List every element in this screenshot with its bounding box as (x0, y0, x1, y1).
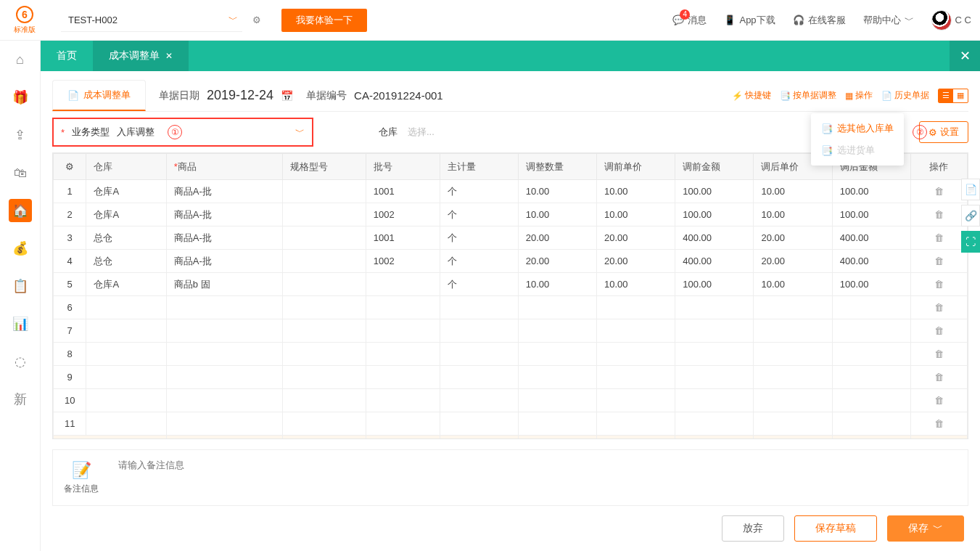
messages-link[interactable]: 💬 消息 4 (672, 14, 707, 27)
trash-icon[interactable]: 🗑 (934, 256, 944, 266)
col-batch[interactable]: 批号 (366, 154, 440, 180)
trash-icon[interactable]: 🗑 (934, 279, 944, 290)
filter-row: * 业务类型 入库调整 ① ﹀ 仓库 选择... ⚙ 设置 📑 (52, 112, 968, 152)
select-other-inbound[interactable]: 📑 选其他入库单 (811, 118, 904, 139)
shortcut-link[interactable]: ⚡快捷键 (732, 89, 771, 102)
nav-bag-icon[interactable]: 🛍 (9, 161, 32, 184)
tab-home[interactable]: 首页 (41, 41, 93, 71)
chevron-down-icon: ﹀ (295, 126, 305, 139)
trash-icon[interactable]: 🗑 (934, 186, 944, 197)
col-product[interactable]: *商品 (166, 154, 282, 180)
col-pprice[interactable]: 调前单价 (597, 154, 675, 180)
gear-column[interactable]: ⚙ (54, 154, 86, 180)
nav-money-icon[interactable]: 💰 (9, 237, 32, 260)
select-purchase-doc[interactable]: 📑 选进货单 (811, 139, 904, 161)
chevron-down-icon: ﹀ (905, 14, 914, 27)
table-row[interactable]: 8🗑 (54, 343, 968, 366)
gear-icon[interactable]: ⚙ (252, 15, 261, 25)
annotation-2: ② (913, 125, 927, 139)
doc-icon: 📄 (67, 90, 79, 101)
history-icon: 📄 (881, 91, 892, 101)
table-row[interactable]: 9🗑 (54, 366, 968, 389)
footer-actions: 放弃 保存草稿 保存 ﹀ (52, 506, 968, 551)
right-rail: 📄 🔗 ⛶ (961, 179, 980, 253)
col-pamt[interactable]: 调前金额 (675, 154, 754, 180)
nav-doc-icon[interactable]: 📋 (9, 274, 32, 298)
calendar-icon[interactable]: 📅 (281, 90, 293, 102)
cancel-button[interactable]: 放弃 (722, 515, 784, 542)
nav-new-icon[interactable]: 新 (9, 388, 32, 411)
by-doc-link[interactable]: 📑按单据调整 (780, 89, 836, 102)
message-badge: 4 (680, 9, 690, 20)
trash-icon[interactable]: 🗑 (934, 325, 944, 336)
phone-icon: 📱 (724, 15, 736, 25)
try-button[interactable]: 我要体验一下 (281, 9, 367, 32)
bolt-icon: ⚡ (732, 91, 743, 101)
doc-tools: ⚡快捷键 📑按单据调整 ▦操作 📄历史单据 ☰ ▦ (732, 89, 968, 103)
table-row[interactable]: 10🗑 (54, 389, 968, 412)
col-unit[interactable]: 主计量 (440, 154, 518, 180)
table-row[interactable]: 5仓库A商品b 固个10.0010.00100.0010.00100.00🗑 (54, 273, 968, 296)
trash-icon[interactable]: 🗑 (934, 395, 944, 406)
doc-adjust-icon: 📑 (780, 91, 791, 101)
trash-icon[interactable]: 🗑 (934, 209, 944, 220)
trash-icon[interactable]: 🗑 (934, 418, 944, 429)
table-row[interactable]: 2仓库A商品A-批1002个10.0010.00100.0010.00100.0… (54, 203, 968, 226)
rail-link-icon[interactable]: 🔗 (961, 205, 980, 226)
save-draft-button[interactable]: 保存草稿 (794, 515, 877, 542)
annotation-1: ① (168, 125, 182, 139)
doc-date: 单据日期 2019-12-24 📅 (159, 88, 293, 103)
nav-home-icon[interactable]: ⌂ (9, 48, 32, 71)
ops-link[interactable]: ▦操作 (845, 89, 873, 102)
close-all-tabs[interactable]: ✕ (950, 41, 980, 71)
service-link[interactable]: 🎧 在线客服 (793, 14, 846, 27)
logo-icon: 6 (16, 6, 33, 23)
table-row[interactable]: 11🗑 (54, 412, 968, 436)
app-download-link[interactable]: 📱 App下载 (724, 14, 775, 27)
trash-icon[interactable]: 🗑 (934, 348, 944, 359)
table-row[interactable]: 4总仓商品A-批1002个20.0020.00400.0020.00400.00… (54, 250, 968, 273)
table-row[interactable]: 6🗑 (54, 296, 968, 319)
col-op[interactable]: 操作 (910, 154, 967, 180)
col-spec[interactable]: 规格型号 (283, 154, 366, 180)
close-icon[interactable]: ✕ (165, 51, 173, 61)
history-link[interactable]: 📄历史单据 (881, 89, 929, 102)
business-type-select[interactable]: * 业务类型 入库调整 ① ﹀ (52, 118, 313, 147)
table-row[interactable]: 1仓库A商品A-批1001个10.0010.00100.0010.00100.0… (54, 180, 968, 203)
trash-icon[interactable]: 🗑 (934, 372, 944, 383)
headset-icon: 🎧 (793, 15, 804, 25)
tab-cost-adjust[interactable]: 成本调整单 ✕ (93, 41, 189, 71)
nav-gift-icon[interactable]: 🎁 (9, 86, 32, 109)
user-menu[interactable]: C C (931, 10, 971, 30)
logo-subtext: 标准版 (14, 25, 36, 35)
top-right-nav: 💬 消息 4 📱 App下载 🎧 在线客服 帮助中心 ﹀ C C (672, 10, 971, 30)
remarks-input[interactable] (110, 450, 968, 505)
org-selector[interactable]: TEST-H002 ﹀ (61, 9, 242, 32)
col-qty[interactable]: 调整数量 (518, 154, 596, 180)
rail-expand-icon[interactable]: ⛶ (961, 231, 980, 253)
col-warehouse[interactable]: 仓库 (86, 154, 166, 180)
nav-ring-icon[interactable]: ◌ (9, 350, 32, 373)
doc-date-value[interactable]: 2019-12-24 (207, 88, 273, 103)
table-row[interactable]: 3总仓商品A-批1001个20.0020.00400.0020.00400.00… (54, 226, 968, 250)
trash-icon[interactable]: 🗑 (934, 302, 944, 313)
top-bar: 6 标准版 TEST-H002 ﹀ ⚙ 我要体验一下 💬 消息 4 📱 App下… (0, 0, 980, 41)
help-link[interactable]: 帮助中心 ﹀ (863, 14, 914, 27)
save-button[interactable]: 保存 ﹀ (887, 515, 964, 542)
grid-view-icon[interactable]: ▦ (953, 89, 968, 102)
nav-up-icon[interactable]: ⇪ (9, 123, 32, 147)
doc-title-tab[interactable]: 📄 成本调整单 (52, 80, 146, 111)
data-table: ⚙ 仓库 *商品 规格型号 批号 主计量 调整数量 调前单价 调前金额 调后单价… (52, 152, 968, 439)
trash-icon[interactable]: 🗑 (934, 232, 944, 243)
table-row[interactable]: 7🗑 (54, 319, 968, 343)
list-view-icon[interactable]: ☰ (939, 89, 953, 102)
doc-icon: 📑 (821, 145, 833, 156)
side-nav: ⌂ 🎁 ⇪ 🛍 🏠 💰 📋 📊 ◌ 新 (0, 41, 41, 551)
nav-report-icon[interactable]: 📊 (9, 312, 32, 335)
rail-note-icon[interactable]: 📄 (961, 179, 980, 200)
avatar (931, 10, 952, 30)
warehouse-select[interactable]: 仓库 选择... (379, 126, 435, 139)
grid-icon: ▦ (845, 91, 853, 101)
nav-warehouse-icon[interactable]: 🏠 (9, 199, 32, 222)
view-toggle[interactable]: ☰ ▦ (938, 89, 968, 103)
